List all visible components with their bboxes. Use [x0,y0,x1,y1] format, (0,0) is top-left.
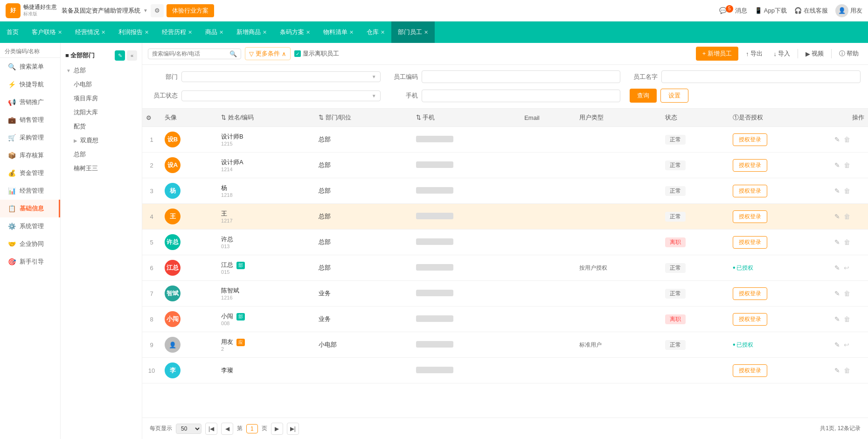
dept-collapse-button[interactable]: « [127,50,137,61]
app-download-button[interactable]: 📱 App下载 [755,7,787,15]
edit-icon[interactable]: ✎ [834,187,840,195]
nav-close-profit[interactable]: ✕ [145,29,149,35]
trial-button[interactable]: 体验行业方案 [167,4,214,17]
nav-close-bom[interactable]: ✕ [349,29,354,35]
online-service-button[interactable]: 🎧 在线客服 [794,7,828,15]
next-page-button[interactable]: ▶ [271,423,283,435]
nav-item-customer[interactable]: 客户联络 ✕ [25,21,69,43]
delete-icon[interactable]: ↩ [844,264,849,272]
video-button[interactable]: ▶ 视频 [802,48,827,60]
delete-icon[interactable]: 🗑 [844,136,850,143]
last-page-button[interactable]: ▶| [287,423,299,435]
sidebar-item-system[interactable]: ⚙️ 系统管理 [0,217,60,235]
edit-icon[interactable]: ✎ [834,315,840,323]
col-settings[interactable]: ⚙ [142,109,161,127]
col-dept[interactable]: ⇅ 部门/职位 [315,109,412,127]
auth-button[interactable]: 授权登录 [733,287,767,300]
auth-button[interactable]: 授权登录 [733,185,767,197]
dept-node-xiaodian[interactable]: 小电部 [61,77,142,91]
help-button[interactable]: ⓘ 帮助 [835,48,862,60]
col-phone[interactable]: ⇅ 手机 [412,109,521,127]
message-button[interactable]: 💬 5 消息 [719,7,747,15]
settings-button[interactable]: ⚙ [151,4,164,17]
dept-node-project[interactable]: 项目库房 [61,91,142,105]
edit-icon[interactable]: ✎ [834,341,840,348]
sidebar-item-guide[interactable]: 🎯 新手引导 [0,253,60,271]
delete-icon[interactable]: 🗑 [844,213,850,220]
edit-icon[interactable]: ✎ [834,161,840,169]
sidebar-item-purchase[interactable]: 🛒 采购管理 [0,129,60,146]
dept-node-zongbu-child[interactable]: 总部 [61,147,142,161]
edit-icon[interactable]: ✎ [834,213,840,220]
nav-close-dept-staff[interactable]: ✕ [424,29,428,35]
import-button[interactable]: ↓ 导入 [770,48,794,60]
nav-item-home[interactable]: 首页 [0,21,25,43]
auth-button[interactable]: 授权登录 [733,133,767,146]
nav-item-warehouse[interactable]: 仓库 ✕ [360,21,391,43]
auth-button[interactable]: 授权登录 [733,236,767,249]
edit-icon[interactable]: ✎ [834,136,840,143]
sidebar-search-input[interactable] [5,48,61,55]
nav-close-barcode[interactable]: ✕ [306,29,310,35]
filter-code-input[interactable] [422,70,621,83]
dept-node-peihuo[interactable]: 配货 [61,119,142,133]
edit-icon[interactable]: ✎ [834,367,840,374]
filter-status-select[interactable]: ▼ [181,91,381,101]
nav-item-bom[interactable]: 物料清单 ✕ [317,21,360,43]
export-button[interactable]: ↑ 导出 [742,48,766,60]
edit-icon[interactable]: ✎ [834,264,840,272]
show-inactive-checkbox[interactable]: ✓ 显示离职员工 [294,49,339,58]
dept-node-zongbu-parent[interactable]: ▼ 总部 [61,63,142,77]
delete-icon[interactable]: 🗑 [844,290,850,297]
edit-icon[interactable]: ✎ [834,238,840,246]
dept-edit-button[interactable]: ✎ [115,50,125,61]
query-button[interactable]: 查询 [630,89,657,103]
nav-item-profit[interactable]: 利润报告 ✕ [112,21,155,43]
nav-item-history[interactable]: 经营历程 ✕ [155,21,199,43]
col-name[interactable]: ⇅ 姓名/编码 [217,109,315,127]
filter-name-input[interactable] [661,70,861,83]
auth-button[interactable]: 授权登录 [733,364,767,377]
nav-item-dept-staff[interactable]: 部门员工 ✕ [391,21,435,43]
delete-icon[interactable]: ↩ [844,341,849,348]
add-employee-button[interactable]: + 新增员工 [696,47,738,61]
delete-icon[interactable]: 🗑 [844,238,850,246]
delete-icon[interactable]: 🗑 [844,367,850,374]
page-size-select[interactable]: 50 100 [176,424,201,434]
auth-button[interactable]: 授权登录 [733,313,767,326]
set-button[interactable]: 设置 [660,89,688,103]
nav-item-operation[interactable]: 经营情况 ✕ [69,21,112,43]
auth-button[interactable]: 授权登录 [733,210,767,223]
sidebar-item-finance[interactable]: 💰 资金管理 [0,164,60,182]
search-input[interactable] [152,50,228,57]
dept-node-shenyang[interactable]: 沈阳大库 [61,105,142,119]
sidebar-item-collab[interactable]: 🤝 企业协同 [0,235,60,253]
delete-icon[interactable]: 🗑 [844,187,850,195]
sidebar-item-search[interactable]: 🔍 搜索菜单 [0,58,60,76]
sidebar-item-marketing[interactable]: 📢 营销推广 [0,93,60,111]
nav-close-warehouse[interactable]: ✕ [381,29,385,35]
user-avatar[interactable]: 👤 用友 [835,4,862,17]
nav-item-goods[interactable]: 商品 ✕ [199,21,230,43]
nav-close-goods[interactable]: ✕ [219,29,223,35]
more-filter-button[interactable]: ▽ 更多条件 ∧ [245,47,291,60]
sidebar-item-basic-info[interactable]: 📋 基础信息 [0,200,60,217]
nav-close-history[interactable]: ✕ [188,29,192,35]
delete-icon[interactable]: 🗑 [844,161,850,169]
nav-close-operation[interactable]: ✕ [101,29,105,35]
filter-phone-input[interactable] [422,90,621,102]
nav-item-barcode[interactable]: 条码方案 ✕ [273,21,317,43]
first-page-button[interactable]: |◀ [205,423,217,435]
nav-close-new-goods[interactable]: ✕ [263,29,267,35]
sidebar-item-sales[interactable]: 💼 销售管理 [0,111,60,129]
dept-node-shuanglu[interactable]: ▶ 双鹿想 [61,133,142,147]
sidebar-item-business[interactable]: 📊 经营管理 [0,182,60,200]
filter-dept-select[interactable]: ▼ [181,71,381,82]
auth-button[interactable]: 授权登录 [733,159,767,172]
nav-item-new-goods[interactable]: 新增商品 ✕ [230,21,273,43]
sidebar-item-inventory[interactable]: 📦 库存核算 [0,146,60,164]
edit-icon[interactable]: ✎ [834,290,840,297]
system-title-dropdown-icon[interactable]: ▼ [143,8,148,13]
dept-node-nanshu[interactable]: 楠树王三 [61,161,142,175]
delete-icon[interactable]: 🗑 [844,315,850,323]
